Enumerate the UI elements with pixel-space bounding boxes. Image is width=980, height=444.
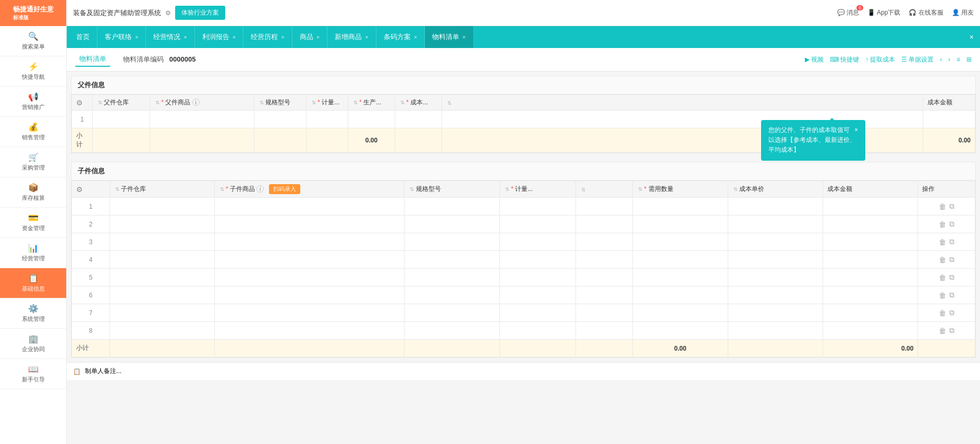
child-unitcost-cell[interactable] [728,322,823,340]
copy-icon[interactable]: ⧉ [949,202,954,211]
copy-icon[interactable]: ⧉ [949,273,954,282]
child-product-cell[interactable] [214,251,405,269]
close-icon[interactable]: × [414,34,417,40]
child-qty-cell[interactable] [633,269,728,286]
child-extra-cell[interactable] [575,198,632,215]
trial-btn[interactable]: 体验行业方案 [175,6,225,20]
child-extra-cell[interactable] [575,215,632,233]
sidebar-item-system[interactable]: ⚙️ 系统管理 [0,298,66,329]
child-warehouse-cell[interactable] [109,304,214,322]
tab-home[interactable]: 首页 [69,26,97,48]
sidebar-item-purchase[interactable]: 🛒 采购管理 [0,147,66,177]
parent-spec-cell[interactable] [254,111,307,128]
child-qty-cell[interactable] [633,215,728,233]
close-icon[interactable]: × [365,34,368,40]
child-spec-cell[interactable] [405,286,499,304]
child-unit-cell[interactable] [499,233,575,251]
child-warehouse-cell[interactable] [109,251,214,269]
parent-warehouse-cell[interactable] [93,111,150,128]
child-spec-cell[interactable] [405,233,499,251]
user-item[interactable]: 👤 用友 [952,8,974,17]
delete-icon[interactable]: 🗑 [939,220,946,229]
view-action[interactable]: ▶ 视频 [805,55,824,64]
close-icon[interactable]: × [281,34,284,40]
th-gear[interactable]: ⚙ [72,95,93,111]
gear-config-icon2[interactable]: ⚙ [76,185,83,194]
parent-unit-cell[interactable] [307,111,348,128]
delete-icon[interactable]: 🗑 [939,256,946,264]
product-info-icon[interactable]: i [192,99,200,106]
close-icon[interactable]: × [316,34,320,40]
child-extra-cell[interactable] [575,286,632,304]
nav-next[interactable]: › [948,56,950,63]
settings-icon[interactable]: ⚙ [165,9,171,17]
child-unitcost-cell[interactable] [728,251,823,269]
child-spec-cell[interactable] [405,269,499,286]
child-unitcost-cell[interactable] [728,215,823,233]
message-item[interactable]: 💬 6 消息 [837,8,859,17]
close-icon[interactable]: × [462,34,466,40]
child-qty-cell[interactable] [633,251,728,269]
single-settings-action[interactable]: ☰ 单据设置 [901,55,934,64]
tab-customer[interactable]: 客户联络 × [97,26,146,48]
child-product-cell[interactable] [214,269,405,286]
delete-icon[interactable]: 🗑 [939,309,946,317]
child-spec-cell[interactable] [405,251,499,269]
tooltip-close-btn[interactable]: × [854,125,858,135]
sidebar-item-sales[interactable]: 💰 销售管理 [0,117,66,147]
child-spec-cell[interactable] [405,322,499,340]
delete-icon[interactable]: 🗑 [939,238,946,246]
tab-history[interactable]: 经营历程 × [243,26,292,48]
child-unitcost-cell[interactable] [728,304,823,322]
delete-icon[interactable]: 🗑 [939,291,946,299]
child-warehouse-cell[interactable] [109,198,214,215]
child-extra-cell[interactable] [575,269,632,286]
child-warehouse-cell[interactable] [109,269,214,286]
gear-config-icon[interactable]: ⚙ [76,99,83,107]
child-unit-cell[interactable] [499,304,575,322]
child-extra-cell[interactable] [575,322,632,340]
child-extra-cell[interactable] [575,304,632,322]
child-qty-cell[interactable] [633,286,728,304]
sidebar-item-marketing[interactable]: 📢 营销推广 [0,87,66,117]
parent-cost-cell[interactable] [395,111,442,128]
tab-product[interactable]: 商品 × [292,26,327,48]
scan-btn[interactable]: 扫码录入 [269,184,300,194]
sub-tab-bom[interactable]: 物料清单 [75,52,111,67]
tab-bom[interactable]: 物料清单 × [425,26,473,48]
th-child-gear[interactable]: ⚙ [72,181,110,198]
child-warehouse-cell[interactable] [109,233,214,251]
child-unit-cell[interactable] [499,269,575,286]
child-product-cell[interactable] [214,233,405,251]
child-unitcost-cell[interactable] [728,233,823,251]
nav-list[interactable]: ≡ [957,56,960,63]
tab-operation[interactable]: 经营情况 × [146,26,194,48]
copy-icon[interactable]: ⧉ [949,220,954,229]
child-spec-cell[interactable] [405,304,499,322]
sidebar-item-guide[interactable]: 📖 新手引导 [0,359,66,389]
sidebar-item-inventory[interactable]: 📦 库存核算 [0,177,66,208]
child-product-cell[interactable] [214,215,405,233]
online-service-item[interactable]: 🎧 在线客服 [909,8,943,17]
child-spec-cell[interactable] [405,215,499,233]
copy-icon[interactable]: ⧉ [949,308,954,317]
copy-icon[interactable]: ⧉ [949,326,954,335]
sidebar-item-enterprise[interactable]: 🏢 企业协同 [0,329,66,359]
close-icon[interactable]: × [135,34,138,40]
copy-icon[interactable]: ⧉ [949,237,954,246]
tab-new-product[interactable]: 新增商品 × [327,26,376,48]
child-qty-cell[interactable] [633,198,728,215]
close-icon[interactable]: × [232,34,236,40]
child-warehouse-cell[interactable] [109,322,214,340]
sidebar-item-basic-info[interactable]: 📋 基础信息 [0,268,66,298]
tab-barcode[interactable]: 条码方案 × [376,26,425,48]
child-unitcost-cell[interactable] [728,286,823,304]
child-unit-cell[interactable] [499,286,575,304]
close-icon[interactable]: × [183,34,187,40]
copy-icon[interactable]: ⧉ [949,255,954,264]
child-unit-cell[interactable] [499,251,575,269]
child-unit-cell[interactable] [499,215,575,233]
child-spec-cell[interactable] [405,198,499,215]
close-all-tabs[interactable]: × [965,33,978,41]
child-qty-cell[interactable] [633,233,728,251]
